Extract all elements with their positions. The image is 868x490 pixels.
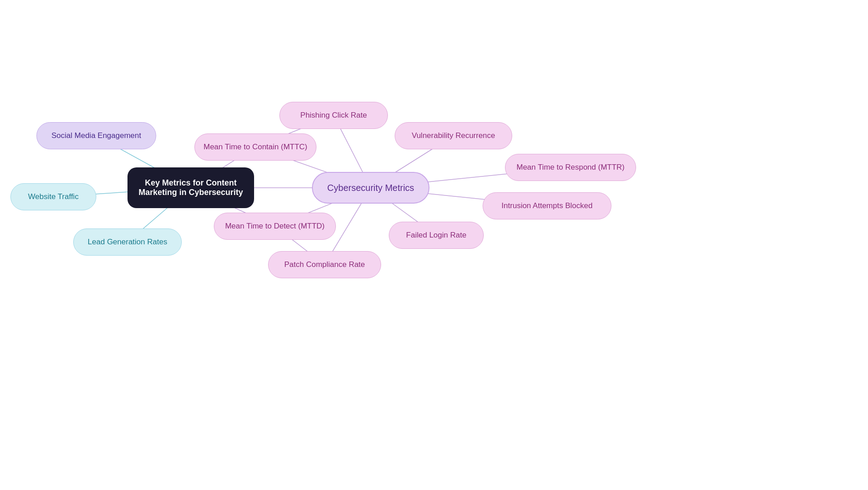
vulnerability-node: Vulnerability Recurrence xyxy=(395,122,512,149)
lead-gen-node: Lead Generation Rates xyxy=(73,228,182,256)
mttd-label: Mean Time to Detect (MTTD) xyxy=(225,222,325,231)
failed-login-node: Failed Login Rate xyxy=(389,222,484,249)
center-label: Key Metrics for Content Marketing in Cyb… xyxy=(127,178,254,197)
cyber-label: Cybersecurity Metrics xyxy=(327,183,414,193)
intrusion-node: Intrusion Attempts Blocked xyxy=(483,192,612,219)
patch-label: Patch Compliance Rate xyxy=(284,260,365,269)
patch-node: Patch Compliance Rate xyxy=(268,251,381,278)
mttr-label: Mean Time to Respond (MTTR) xyxy=(516,163,624,172)
website-traffic-label: Website Traffic xyxy=(28,192,79,201)
mttd-node: Mean Time to Detect (MTTD) xyxy=(214,213,336,240)
mttc-label: Mean Time to Contain (MTTC) xyxy=(203,143,307,152)
mttc-node: Mean Time to Contain (MTTC) xyxy=(194,133,316,161)
phishing-label: Phishing Click Rate xyxy=(300,111,367,120)
social-media-label: Social Media Engagement xyxy=(52,131,141,140)
social-media-node: Social Media Engagement xyxy=(37,122,156,149)
website-traffic-node: Website Traffic xyxy=(10,183,96,210)
cyber-metrics-node: Cybersecurity Metrics xyxy=(312,172,429,204)
lead-gen-label: Lead Generation Rates xyxy=(88,238,167,247)
phishing-node: Phishing Click Rate xyxy=(279,102,388,129)
mttr-node: Mean Time to Respond (MTTR) xyxy=(505,154,636,181)
vulnerability-label: Vulnerability Recurrence xyxy=(412,131,495,140)
failed-login-label: Failed Login Rate xyxy=(406,231,466,240)
intrusion-label: Intrusion Attempts Blocked xyxy=(501,201,592,210)
center-node: Key Metrics for Content Marketing in Cyb… xyxy=(127,167,254,208)
